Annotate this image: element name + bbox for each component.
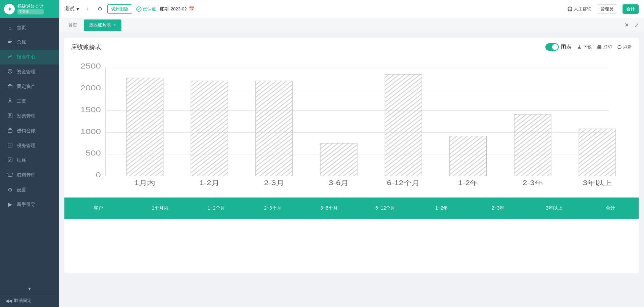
svg-text:3-6月: 3-6月 (329, 179, 349, 187)
certified-icon (136, 6, 142, 12)
sidebar-item-funds[interactable]: ¥ 资金管理 (0, 64, 59, 79)
tabbar: 首页 应收账龄表 ✕ ✕ ⤢ (59, 18, 644, 32)
svg-text:2500: 2500 (80, 62, 101, 70)
dropdown-icon: ▾ (76, 6, 79, 12)
col-2-3year: 2~3年 (470, 205, 526, 211)
expand-button[interactable]: ⤢ (633, 20, 640, 30)
assets-icon (7, 83, 13, 90)
col-3-6month: 3~6个月 (301, 205, 357, 211)
sidebar-nav: ⌂ 首页 总账 报表中心 ¥ 资金管理 固定资产 (0, 18, 59, 283)
download-button[interactable]: 下载 (577, 44, 592, 50)
sidebar-item-reports[interactable]: 报表中心 (0, 50, 59, 64)
tabbar-controls: ✕ ⤢ (623, 20, 640, 30)
calendar-icon[interactable]: 📅 (189, 6, 194, 11)
svg-rect-41 (320, 143, 357, 176)
settings-button[interactable]: ⚙ (95, 4, 105, 14)
report-title: 应收账龄表 (71, 43, 101, 51)
sidebar-item-guide[interactable]: ▶ 新手引导 (0, 197, 59, 212)
bar-chart: 0 500 1000 1500 2000 2500 1月内 (78, 60, 632, 194)
add-button[interactable]: + (83, 4, 93, 14)
sidebar-item-settle[interactable]: 结账 (0, 153, 59, 168)
topbar: 测试 ▾ + ⚙ 切到旧版 已认证 账期 2023-02 📅 🎧 人工咨询 管理… (59, 0, 644, 18)
sidebar-item-label: 结账 (17, 158, 26, 164)
sidebar-item-assets[interactable]: 固定资产 (0, 79, 59, 94)
sidebar-item-label: 总账 (17, 39, 26, 45)
report-header: 应收账龄表 图表 下载 打印 (64, 38, 639, 56)
tab-close-icon[interactable]: ✕ (113, 23, 116, 27)
col-total: 合计 (582, 205, 639, 211)
svg-text:500: 500 (86, 149, 101, 157)
svg-text:1-2年: 1-2年 (458, 179, 478, 187)
tax-icon (7, 142, 13, 149)
svg-text:2-3年: 2-3年 (523, 179, 543, 187)
col-customer: 客户 (64, 205, 132, 211)
tab-aging-label: 应收账龄表 (89, 22, 111, 28)
print-button[interactable]: 打印 (597, 44, 612, 50)
stock-icon (7, 128, 13, 134)
svg-rect-5 (8, 86, 12, 88)
company-name: 测试 (64, 6, 74, 12)
svg-text:1500: 1500 (80, 105, 101, 114)
refresh-icon (617, 45, 622, 49)
switch-version-button[interactable]: 切到旧版 (107, 4, 132, 14)
sidebar-item-archive[interactable]: 归档管理 (0, 168, 59, 183)
sidebar-item-label: 发票管理 (17, 113, 36, 119)
scroll-down-indicator[interactable]: ▾ (0, 283, 59, 294)
svg-rect-2 (8, 42, 11, 43)
chart-toggle[interactable] (545, 43, 559, 51)
svg-text:3年以上: 3年以上 (583, 179, 612, 187)
sidebar-item-label: 报表中心 (17, 54, 36, 60)
svg-rect-35 (126, 78, 163, 176)
svg-text:1-2月: 1-2月 (199, 179, 219, 187)
sidebar-item-invoice[interactable]: 发票管理 (0, 109, 59, 124)
svg-point-6 (9, 99, 11, 101)
sidebar-item-tax[interactable]: 税务管理 (0, 138, 59, 153)
svg-rect-45 (449, 136, 486, 176)
sidebar-item-home[interactable]: ⌂ 首页 (0, 21, 59, 35)
svg-rect-43 (385, 74, 422, 176)
svg-rect-20 (598, 47, 600, 48)
refresh-button[interactable]: 刷新 (617, 44, 632, 50)
svg-text:0: 0 (96, 171, 101, 179)
svg-rect-11 (8, 130, 12, 132)
period-display: 账期 2023-02 📅 (160, 6, 194, 12)
human-service-btn[interactable]: 🎧 人工咨询 (567, 6, 591, 12)
manager-btn[interactable]: 管理员 (597, 4, 617, 14)
tab-home-label: 首页 (68, 22, 77, 28)
close-tab-button[interactable]: ✕ (623, 20, 630, 30)
svg-text:2-3月: 2-3月 (264, 179, 284, 187)
col-2-3month: 2~3个月 (245, 205, 301, 211)
refresh-label: 刷新 (623, 44, 632, 50)
ledger-icon (7, 39, 13, 46)
sidebar-item-label: 进销台账 (17, 128, 36, 134)
print-label: 打印 (603, 44, 612, 50)
sidebar-item-settings[interactable]: ⚙ 设置 (0, 183, 59, 197)
sidebar-item-label: 设置 (17, 187, 26, 193)
report-actions: 图表 下载 打印 刷新 (545, 43, 632, 51)
guide-icon: ▶ (7, 201, 13, 208)
sidebar-item-stock[interactable]: 进销台账 (0, 124, 59, 138)
headset-icon: 🎧 (567, 6, 573, 11)
tab-home[interactable]: 首页 (63, 19, 83, 31)
period-value: 2023-02 (171, 6, 187, 11)
app-name: 畅捷通好会计 (17, 4, 44, 9)
home-icon: ⌂ (7, 25, 13, 31)
sidebar-item-label: 税务管理 (17, 143, 36, 149)
sidebar-item-ledger[interactable]: 总账 (0, 35, 59, 50)
topbar-right: 🎧 人工咨询 管理员 会计 (567, 4, 639, 14)
svg-point-18 (137, 7, 141, 11)
chart-toggle-group: 图表 (545, 43, 572, 51)
svg-text:6-12个月: 6-12个月 (387, 179, 420, 187)
svg-rect-47 (514, 114, 551, 176)
cancel-fixed-btn[interactable]: ◀◀ 取消固定 (0, 294, 59, 307)
chart-area: 0 500 1000 1500 2000 2500 1月内 (64, 56, 639, 198)
table-header: 客户 1个月内 1~2个月 2~3个月 3~6个月 6~12个月 (64, 198, 639, 219)
accountant-btn[interactable]: 会计 (623, 4, 639, 14)
company-selector[interactable]: 测试 ▾ (64, 6, 79, 12)
certified-label: 已认证 (143, 6, 156, 12)
settle-icon (7, 157, 13, 164)
tab-aging[interactable]: 应收账龄表 ✕ (84, 19, 121, 31)
sidebar-item-label: 资金管理 (17, 69, 36, 75)
svg-rect-49 (579, 129, 616, 176)
sidebar-item-payroll[interactable]: 工资 (0, 94, 59, 109)
